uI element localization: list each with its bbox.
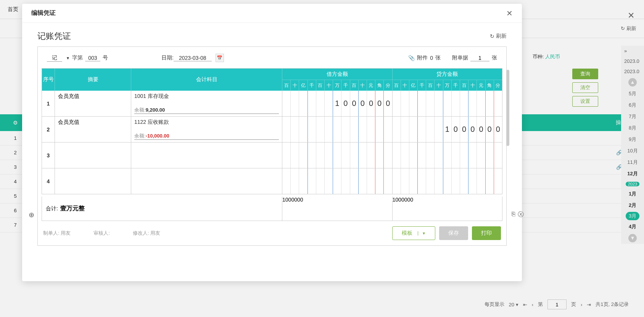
footer-buttons: 模板▼ 保存 打印 bbox=[392, 226, 501, 240]
summary-cell[interactable] bbox=[55, 168, 131, 194]
total-label: 合计: 壹万元整 bbox=[42, 197, 282, 221]
col-credit: 贷方金额 百十亿千百十万千百十元角分 bbox=[393, 69, 502, 91]
modal-title: 编辑凭证 bbox=[31, 9, 56, 17]
voucher-total-row: 合计: 壹万元整 1000000 1000000 bbox=[42, 197, 502, 221]
date-label: 日期: bbox=[161, 54, 174, 61]
voucher-table-body: 1会员充值1001 库存现金余额:9,200.0010000002会员充值112… bbox=[42, 91, 502, 194]
save-button[interactable]: 保存 bbox=[439, 226, 468, 240]
col-debit: 借方金额 百十亿千百十万千百十元角分 bbox=[282, 69, 393, 91]
attachment-section: 📎 附件 0 张 附单据 张 bbox=[408, 54, 497, 61]
account-cell[interactable]: 1122 应收账款余额:-10,000.00 bbox=[131, 117, 282, 142]
voucher-meta: 记▼ 字第 003 号 日期: 2023-03-08 📅 📎 附件 0 张 附单… bbox=[42, 54, 502, 68]
close-icon[interactable]: ✕ bbox=[506, 9, 513, 18]
voucher-title: 记账凭证 bbox=[37, 30, 71, 42]
refresh-label: 刷新 bbox=[496, 33, 507, 40]
add-row-icon[interactable]: ⊕ bbox=[29, 211, 34, 219]
account-cell[interactable]: 1001 库存现金余额:9,200.00 bbox=[131, 91, 282, 116]
voucher-row[interactable]: 1会员充值1001 库存现金余额:9,200.001000000 bbox=[42, 91, 502, 117]
credit-cell[interactable]: 1000000 bbox=[393, 117, 502, 142]
account-cell[interactable] bbox=[131, 168, 282, 194]
reviewer: 审核人: bbox=[93, 230, 110, 237]
account-cell[interactable] bbox=[131, 142, 282, 168]
voucher-row[interactable]: 3 bbox=[42, 142, 502, 168]
credit-cell[interactable] bbox=[393, 91, 502, 116]
credit-cell[interactable] bbox=[393, 168, 502, 194]
col-account: 会计科目 bbox=[131, 69, 282, 91]
voucher-table: 序号 摘要 会计科目 借方金额 百十亿千百十万千百十元角分 贷方金额 百十亿千百… bbox=[42, 68, 502, 194]
col-no: 序号 bbox=[42, 69, 55, 91]
voucher-footer: 制单人: 用友 审核人: 修改人: 用友 模板▼ 保存 打印 bbox=[42, 221, 502, 240]
summary-cell[interactable]: 会员充值 bbox=[55, 91, 131, 116]
col-summary: 摘要 bbox=[55, 69, 131, 91]
row-actions: ⎘ ⓧ bbox=[512, 211, 524, 219]
attach-count: 0 bbox=[430, 55, 433, 61]
modifier: 修改人: 用友 bbox=[133, 230, 160, 237]
debit-cell[interactable] bbox=[282, 117, 393, 142]
chevron-down-icon: ▼ bbox=[66, 56, 70, 60]
voucher-no[interactable]: 003 bbox=[85, 55, 100, 61]
copy-icon[interactable]: ⎘ bbox=[512, 211, 515, 219]
debit-cell[interactable] bbox=[282, 168, 393, 194]
voucher-row[interactable]: 2会员充值1122 应收账款余额:-10,000.001000000 bbox=[42, 117, 502, 142]
voucher-row[interactable]: 4 bbox=[42, 168, 502, 194]
total-debit: 1000000 bbox=[282, 197, 393, 221]
calendar-icon[interactable]: 📅 bbox=[216, 54, 224, 62]
summary-cell[interactable]: 会员充值 bbox=[55, 117, 131, 142]
debit-cell[interactable]: 1000000 bbox=[282, 91, 393, 116]
total-credit: 1000000 bbox=[393, 197, 502, 221]
voucher-type[interactable]: 记▼ 字第 003 号 bbox=[47, 54, 108, 62]
debit-cell[interactable] bbox=[282, 142, 393, 168]
bill-count-input[interactable] bbox=[470, 55, 489, 61]
maker: 制单人: 用友 bbox=[43, 230, 71, 237]
voucher-head: 记账凭证 ↻ 刷新 bbox=[37, 30, 507, 42]
template-button[interactable]: 模板▼ bbox=[392, 226, 435, 240]
modal-header: 编辑凭证 ✕ bbox=[22, 4, 522, 23]
edit-voucher-modal: 编辑凭证 ✕ 记账凭证 ↻ 刷新 记▼ 字第 003 号 日期: 2023-03… bbox=[22, 4, 522, 281]
print-button[interactable]: 打印 bbox=[472, 226, 501, 240]
chevron-down-icon: ▼ bbox=[418, 231, 426, 235]
delete-icon[interactable]: ⓧ bbox=[518, 211, 524, 219]
voucher-paper: 记▼ 字第 003 号 日期: 2023-03-08 📅 📎 附件 0 张 附单… bbox=[37, 46, 507, 246]
scrollbar-thumb[interactable] bbox=[506, 70, 509, 146]
modal-body: 记账凭证 ↻ 刷新 记▼ 字第 003 号 日期: 2023-03-08 📅 📎… bbox=[22, 23, 522, 253]
paperclip-icon[interactable]: 📎 bbox=[408, 55, 415, 61]
total-words: 壹万元整 bbox=[60, 205, 85, 213]
summary-cell[interactable] bbox=[55, 142, 131, 168]
date-value[interactable]: 2023-03-08 bbox=[174, 55, 212, 61]
voucher-table-header: 序号 摘要 会计科目 借方金额 百十亿千百十万千百十元角分 贷方金额 百十亿千百… bbox=[42, 69, 502, 91]
credit-cell[interactable] bbox=[393, 142, 502, 168]
refresh-button[interactable]: ↻ 刷新 bbox=[490, 33, 507, 40]
